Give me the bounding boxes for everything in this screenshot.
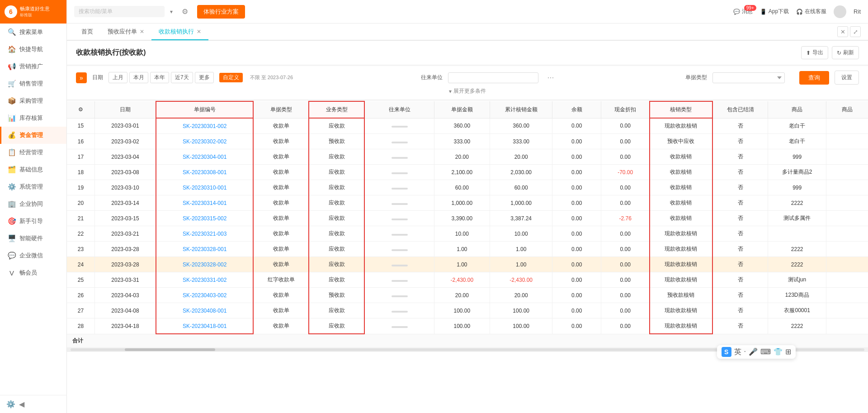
td-cash_discount: 0.00 <box>601 288 650 303</box>
messages-link[interactable]: 💬 消息 99+ <box>733 8 753 15</box>
grid-icon[interactable]: ⊞ <box>785 347 791 357</box>
doc-link-3[interactable]: SK-20230308-001 <box>183 169 226 176</box>
sidebar-item-finance[interactable]: 💰资金管理 <box>0 127 66 144</box>
refresh-btn[interactable]: ↻ 刷新 <box>832 46 859 59</box>
sidebar-item-system[interactable]: ⚙️系统管理 <box>0 178 66 195</box>
tab-prepay[interactable]: 预收应付单✕ <box>100 24 151 40</box>
sidebar-label-basic: 基础信息 <box>19 166 43 174</box>
solution-btn[interactable]: 体验行业方案 <box>197 5 245 19</box>
sidebar-item-purchase[interactable]: 📦采购管理 <box>0 92 66 109</box>
user-avatar[interactable] <box>834 5 846 18</box>
app-download-link[interactable]: 📱 App下载 <box>760 8 789 15</box>
sidebar-item-member[interactable]: V畅会员 <box>0 264 66 281</box>
sidebar-item-enterprise[interactable]: 🏢企业协同 <box>0 195 66 213</box>
doc-link-5[interactable]: SK-20230314-001 <box>183 200 226 206</box>
doc-link-6[interactable]: SK-20230315-002 <box>183 215 226 222</box>
search-breadcrumb[interactable]: 搜索功能/菜单 <box>74 6 165 17</box>
sidebar-item-newguide[interactable]: 🎯新手引导 <box>0 213 66 230</box>
td-verified: 1.00 <box>490 242 552 257</box>
td-amount: 100.00 <box>434 318 490 334</box>
doc-link-8[interactable]: SK-20230328-001 <box>183 246 226 252</box>
mic-icon[interactable]: 🎤 <box>749 347 758 357</box>
sidebar-item-basic[interactable]: 🗂️基础信息 <box>0 161 66 178</box>
sidebar-item-search[interactable]: 🔍搜索菜单 <box>0 24 66 41</box>
date-btn-3[interactable]: 近7天 <box>171 72 193 83</box>
partner-input[interactable] <box>448 72 538 83</box>
date-btn-4[interactable]: 更多 <box>195 72 214 83</box>
td-doc_no[interactable]: SK-20230331-002 <box>156 272 253 288</box>
sidebar-item-marketing[interactable]: 📢营销推广 <box>0 58 66 75</box>
maximize-tab-btn[interactable]: ⤢ <box>850 26 861 37</box>
tab-home[interactable]: 首页 <box>74 24 100 40</box>
td-verified: 360.00 <box>490 118 552 134</box>
filter-settings-btn[interactable]: 设置 <box>835 71 859 85</box>
receipt-type-select[interactable] <box>712 72 785 83</box>
sidebar-label-wechat: 企业微信 <box>19 252 43 260</box>
doc-link-0[interactable]: SK-20230301-002 <box>183 123 226 129</box>
td-no: 21 <box>67 211 95 226</box>
query-btn[interactable]: 查询 <box>799 71 829 85</box>
skin-icon[interactable]: 👕 <box>774 347 783 357</box>
date-btn-0[interactable]: 上月 <box>108 72 127 83</box>
online-service-link[interactable]: 🎧 在线客服 <box>796 8 826 15</box>
sidebar-item-wechat[interactable]: 💬企业微信 <box>0 247 66 264</box>
td-amount: 1.00 <box>434 257 490 272</box>
td-doc_no[interactable]: SK-20230315-002 <box>156 211 253 226</box>
sidebar-item-quicknav[interactable]: 🏠快捷导航 <box>0 41 66 58</box>
td-no: 15 <box>67 118 95 134</box>
date-btn-1[interactable]: 本月 <box>129 72 148 83</box>
date-btn-2[interactable]: 本年 <box>150 72 169 83</box>
custom-date-btn[interactable]: 自定义 <box>219 73 243 82</box>
settings-icon[interactable]: ⚙️ <box>6 400 15 408</box>
td-date: 2023-03-08 <box>95 165 156 180</box>
td-doc_no[interactable]: SK-20230304-001 <box>156 149 253 165</box>
td-doc_no[interactable]: SK-20230418-001 <box>156 318 253 334</box>
td-doc_no[interactable]: SK-20230328-001 <box>156 242 253 257</box>
td-doc_no[interactable]: SK-20230301-002 <box>156 118 253 134</box>
doc-link-13[interactable]: SK-20230418-001 <box>183 323 226 329</box>
filter-expand-btn[interactable]: » <box>76 72 87 83</box>
tab-collection[interactable]: 收款核销执行✕ <box>151 24 208 40</box>
sidebar-item-sales[interactable]: 🛒销售管理 <box>0 75 66 92</box>
td-biz_type: 应收款 <box>309 149 364 165</box>
td-balance: 0.00 <box>552 118 601 134</box>
td-doc_no[interactable]: SK-20230328-002 <box>156 257 253 272</box>
td-goods2 <box>826 272 868 288</box>
close-tab-btn[interactable]: ✕ <box>837 26 848 37</box>
scrollbar-thumb[interactable] <box>125 348 215 351</box>
doc-link-11[interactable]: SK-20230403-002 <box>183 292 226 299</box>
sidebar-bottom[interactable]: ⚙️ ◀ <box>0 395 66 413</box>
doc-link-10[interactable]: SK-20230331-002 <box>183 277 226 283</box>
expand-more-btn[interactable]: ▾ 展开更多条件 <box>449 87 486 95</box>
td-doc_no[interactable]: SK-20230310-001 <box>156 180 253 195</box>
export-btn[interactable]: ⬆ 导出 <box>801 46 828 59</box>
td-doc_no[interactable]: SK-20230314-001 <box>156 195 253 211</box>
tab-close-collection[interactable]: ✕ <box>197 28 201 35</box>
doc-link-9[interactable]: SK-20230328-002 <box>183 261 226 268</box>
doc-link-1[interactable]: SK-20230302-002 <box>183 138 226 145</box>
sidebar-item-inventory[interactable]: 📊库存核算 <box>0 109 66 127</box>
td-include_settled: 否 <box>712 134 768 149</box>
td-no: 17 <box>67 149 95 165</box>
collapse-icon[interactable]: ◀ <box>19 400 24 408</box>
td-doc_no[interactable]: SK-20230302-002 <box>156 134 253 149</box>
sidebar-label-hardware: 智能硬件 <box>19 234 43 242</box>
doc-link-7[interactable]: SK-20230321-003 <box>183 231 226 237</box>
sidebar-item-operations[interactable]: 📋经营管理 <box>0 144 66 161</box>
doc-link-4[interactable]: SK-20230310-001 <box>183 185 226 191</box>
doc-link-12[interactable]: SK-20230408-001 <box>183 308 226 314</box>
sidebar-icon-search: 🔍 <box>8 28 16 36</box>
td-doc_no[interactable]: SK-20230408-001 <box>156 303 253 318</box>
tab-close-prepay[interactable]: ✕ <box>140 28 144 35</box>
td-doc_no[interactable]: SK-20230321-003 <box>156 226 253 242</box>
table-body: 152023-03-01SK-20230301-002收款单应收款360.003… <box>67 118 868 334</box>
td-doc_no[interactable]: SK-20230403-002 <box>156 288 253 303</box>
tabs-container: 首页预收应付单✕收款核销执行✕ <box>74 24 208 39</box>
sidebar-item-hardware[interactable]: 🖥️智能硬件 <box>0 230 66 247</box>
settings-gear[interactable]: ⚙ <box>178 5 192 19</box>
ime-watermark: S 英 · 🎤 ⌨ 👕 ⊞ <box>717 345 796 359</box>
td-cash_discount: 0.00 <box>601 272 650 288</box>
doc-link-2[interactable]: SK-20230304-001 <box>183 154 226 160</box>
keyboard-icon[interactable]: ⌨ <box>760 347 771 357</box>
td-doc_no[interactable]: SK-20230308-001 <box>156 165 253 180</box>
